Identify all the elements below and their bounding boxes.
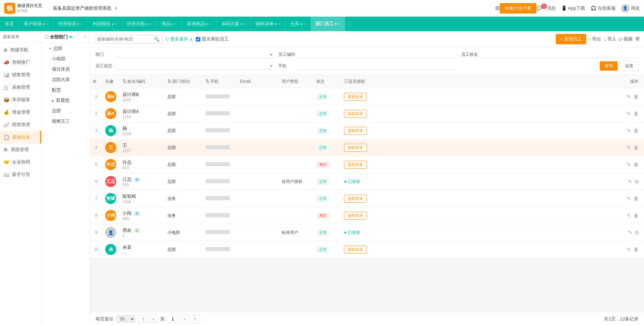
copy-icon[interactable]: ⧉: [635, 179, 638, 185]
auth-button[interactable]: 授权登录: [344, 93, 367, 101]
edit-icon[interactable]: ✎: [627, 111, 631, 116]
nav-item-finance[interactable]: 💰 资金管理: [0, 106, 41, 118]
nav-item-marketing[interactable]: 📣 营销推广: [0, 56, 41, 69]
copy-icon[interactable]: ⧉: [635, 230, 638, 236]
auth-button[interactable]: 授权登录: [344, 195, 367, 203]
col-dept[interactable]: ⇅ 部门/职位: [165, 75, 203, 88]
nav-process[interactable]: 经营历程 ▾ ×: [122, 17, 156, 31]
app-download-button[interactable]: 📱 App下载: [561, 5, 585, 11]
nav-item-quick[interactable]: ⊘ 快捷导航: [0, 44, 41, 56]
col-settings[interactable]: ⚙: [90, 75, 102, 88]
system-dropdown[interactable]: ▾: [115, 6, 117, 11]
edit-icon[interactable]: ✎: [627, 145, 631, 150]
online-service-button[interactable]: 🎧 在线客服: [591, 5, 616, 11]
nav-new-goods[interactable]: 新增商品 ▾ ×: [182, 17, 216, 31]
nav-profit[interactable]: 利润报告 ▾ ×: [88, 17, 122, 31]
dept-node-zongbu[interactable]: ▼ 总部: [42, 43, 90, 54]
dept-node-xiangmu[interactable]: 项目库房: [42, 64, 90, 74]
dept-filter-input[interactable]: [116, 51, 270, 58]
nav-operation-close[interactable]: ×: [80, 22, 82, 26]
nav-item-management[interactable]: 📈 经营管理: [0, 118, 41, 131]
nav-warehouse-close[interactable]: ×: [303, 22, 306, 26]
nav-item-guide[interactable]: 📖 新手引导: [0, 168, 41, 181]
page-input[interactable]: [167, 316, 178, 323]
nav-warehouse[interactable]: 仓库 ▾ ×: [285, 17, 311, 31]
auth-button[interactable]: 授权登录: [344, 110, 367, 118]
phone-filter-input[interactable]: [298, 62, 455, 70]
edit-icon[interactable]: ✎: [627, 196, 631, 201]
delete-icon[interactable]: 🗑: [634, 162, 638, 167]
nav-operation[interactable]: 经营情况 ▾ ×: [53, 17, 88, 31]
page-size-select[interactable]: 50 100 200: [116, 315, 135, 323]
prev-page-button[interactable]: ‹: [149, 315, 157, 323]
dept-node-zhishu[interactable]: 植树王三: [42, 116, 90, 126]
show-resigned-checkbox[interactable]: 显示离职员工: [196, 36, 229, 42]
export-button[interactable]: ↑ 导出: [589, 36, 601, 42]
add-employee-button[interactable]: + 新增员工: [556, 34, 586, 44]
col-name-code[interactable]: ⇅ 姓名/编码: [120, 75, 165, 88]
delete-icon[interactable]: 🗑: [634, 213, 638, 218]
auth-button[interactable]: 授权登录: [344, 246, 367, 254]
edit-icon[interactable]: ✎: [627, 94, 631, 99]
nav-goods-close[interactable]: ×: [175, 22, 177, 26]
status-filter-input[interactable]: [116, 62, 270, 69]
delete-icon[interactable]: 🗑: [634, 94, 638, 99]
dept-collapse-button[interactable]: 《: [82, 34, 86, 40]
employee-name-input[interactable]: [481, 51, 638, 58]
nav-item-sales[interactable]: 📊 销售管理: [0, 69, 41, 81]
nav-profit-close[interactable]: ×: [115, 22, 117, 26]
dept-dropdown-icon[interactable]: ▾: [270, 52, 273, 57]
delete-icon[interactable]: 🗑: [634, 111, 638, 116]
nav-item-collab[interactable]: 🤝 企业协同: [0, 156, 41, 168]
help-button[interactable]: 帮: [635, 36, 640, 42]
nav-item-basic[interactable]: 📋 基础信息: [0, 131, 41, 143]
nav-department-close[interactable]: ×: [338, 22, 340, 26]
import-button[interactable]: ↓ 导入: [604, 36, 616, 42]
edit-icon[interactable]: ✎: [627, 247, 631, 252]
dept-node-zongbu2[interactable]: 总部: [42, 106, 90, 116]
col-phone[interactable]: ⇅ 手机: [203, 75, 237, 88]
status-dropdown-icon[interactable]: ▾: [270, 63, 273, 69]
nav-customer-close[interactable]: ×: [46, 22, 48, 26]
nav-department[interactable]: 部门员工 ▾ ×: [311, 17, 345, 31]
trial-button[interactable]: 体验行业方案: [500, 3, 536, 14]
nav-goods[interactable]: 商品 ▾ ×: [157, 17, 182, 31]
next-page-button[interactable]: ›: [181, 315, 189, 323]
left-nav-search-box[interactable]: 🔍: [0, 31, 41, 42]
dept-node-peihuo[interactable]: 配货: [42, 85, 90, 95]
reset-button[interactable]: 设置: [620, 61, 638, 71]
search-box[interactable]: 🔍: [94, 35, 163, 44]
employee-code-input[interactable]: [298, 51, 455, 58]
auth-button[interactable]: 授权登录: [344, 144, 367, 152]
search-input[interactable]: [97, 37, 153, 42]
message-button[interactable]: 💬 5 消息: [536, 5, 556, 11]
last-page-button[interactable]: 》: [192, 315, 200, 323]
show-resigned-input[interactable]: [196, 37, 200, 42]
nav-item-system[interactable]: ⚙ 系统管理: [0, 143, 41, 156]
auth-button[interactable]: 授权登录: [344, 127, 367, 135]
edit-icon[interactable]: ✎: [628, 230, 632, 236]
nav-home[interactable]: 首页: [0, 17, 19, 31]
nav-process-close[interactable]: ×: [149, 22, 151, 26]
nav-customer[interactable]: 客户联络 ▾ ×: [19, 17, 53, 31]
user-avatar[interactable]: 👤 用友: [621, 4, 640, 12]
gear-button[interactable]: ⚙: [495, 5, 500, 11]
delete-icon[interactable]: 🗑: [634, 247, 638, 252]
query-button[interactable]: 查询: [600, 61, 618, 71]
dept-node-shuang[interactable]: ▶ 双鹿想: [42, 95, 90, 106]
auth-button[interactable]: 授权登录: [344, 212, 367, 220]
nav-item-purchase[interactable]: 🛒 采购管理: [0, 81, 41, 94]
edit-icon[interactable]: ✎: [628, 179, 632, 185]
nav-bom[interactable]: 物料清单 ▾ ×: [251, 17, 285, 31]
nav-item-inventory[interactable]: 📦 库存核算: [0, 94, 41, 106]
dept-node-xiaodian[interactable]: 小电部: [42, 54, 90, 64]
edit-icon[interactable]: ✎: [627, 213, 631, 218]
delete-icon[interactable]: 🗑: [634, 145, 638, 150]
nav-barcode[interactable]: 条码方案 ▾ ×: [217, 17, 251, 31]
edit-icon[interactable]: ✎: [627, 128, 631, 133]
dept-node-shenyang[interactable]: 沈阳大库: [42, 74, 90, 85]
nav-bom-close[interactable]: ×: [278, 22, 280, 26]
nav-barcode-close[interactable]: ×: [244, 22, 246, 26]
nav-new-goods-close[interactable]: ×: [209, 22, 211, 26]
delete-icon[interactable]: 🗑: [634, 128, 638, 133]
